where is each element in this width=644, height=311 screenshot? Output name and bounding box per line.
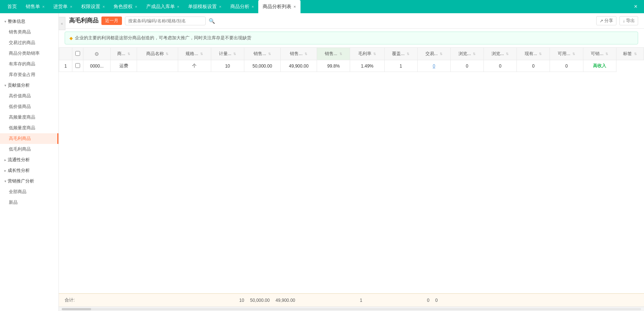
col-settings-header[interactable]: ⚙ <box>83 48 111 60</box>
col-available-header[interactable]: 可用... ⇅ <box>550 48 583 60</box>
sidebar-group-asset-analysis[interactable]: ▾ 贡献值分析 <box>0 80 58 91</box>
sidebar-item-low-value[interactable]: 低价值商品 <box>0 101 58 112</box>
row-checkbox[interactable] <box>75 63 80 68</box>
sort-icon-tag: ⇅ <box>634 52 637 56</box>
export-button[interactable]: ↓ 导出 <box>619 16 638 25</box>
sidebar-item-high-freq[interactable]: 高频量度商品 <box>0 112 58 123</box>
sort-icon-available: ⇅ <box>572 52 575 56</box>
col-transaction-header[interactable]: 交易... ⇅ <box>417 48 450 60</box>
sidebar-item-inventory-capital[interactable]: 库存资金占用 <box>0 69 58 80</box>
col-coverage-header[interactable]: 覆盖... ⇅ <box>384 48 417 60</box>
summary-sales-amount: 50,000.00 <box>247 298 273 303</box>
cell-name: 运费 <box>111 60 137 72</box>
arrow-marketing-analysis: ▾ <box>4 179 6 183</box>
col-sales-qty-header[interactable]: 销售... ⇅ <box>244 48 280 60</box>
sidebar-group-growth-analysis[interactable]: ▸ 成长性分析 <box>0 165 58 176</box>
data-table: ⚙ 商... ⇅ 商品名称 ⇅ 规格... ⇅ <box>59 47 644 72</box>
sort-icon-transaction: ⇅ <box>440 52 443 56</box>
nav-product-analysis-list[interactable]: 商品分析列表 × <box>258 0 300 13</box>
sort-icon-code: ⇅ <box>127 52 130 56</box>
scrollbar-track[interactable] <box>62 308 641 310</box>
table-row[interactable]: 1 0000... 运费 个 10 50,000.00 <box>59 60 644 72</box>
nav-close-template[interactable]: × <box>219 4 221 9</box>
nav-sales-order[interactable]: 销售单 × <box>21 0 49 13</box>
col-unit-header[interactable]: 计量... ⇅ <box>211 48 244 60</box>
top-nav: 首页 销售单 × 进货单 × 权限设置 × 角色授权 × 产成品入库单 × 单据… <box>0 0 644 13</box>
nav-product-instock[interactable]: 产成品入库单 × <box>142 0 184 13</box>
sidebar-item-goods-assist-rate[interactable]: 商品分类助销率 <box>0 48 58 59</box>
arrow-asset-analysis: ▾ <box>4 83 6 87</box>
cell-tag: 高收入 <box>583 60 616 72</box>
sort-icon-cost: ⇅ <box>339 52 342 56</box>
search-icon: 🔍 <box>209 18 215 24</box>
nav-close-all[interactable]: × <box>630 3 641 10</box>
col-sales-cost-header[interactable]: 销售... ⇅ <box>317 48 350 60</box>
page-title: 高毛利商品 <box>69 17 98 25</box>
sort-icon-unit: ⇅ <box>233 52 236 56</box>
info-icon: ◆ <box>69 36 73 41</box>
horizontal-scrollbar[interactable] <box>59 307 644 311</box>
cell-browse2: 0 <box>450 60 483 72</box>
col-browse2-header[interactable]: 浏览... ⇅ <box>484 48 517 60</box>
settings-icon: ⚙ <box>94 51 99 57</box>
col-stock-header[interactable]: 现有... ⇅ <box>517 48 550 60</box>
sort-icon-saleable: ⇅ <box>605 52 608 56</box>
cell-stock: 0 <box>484 60 517 72</box>
cell-check[interactable] <box>72 60 83 72</box>
share-button[interactable]: ↗ 分享 <box>596 16 616 25</box>
col-saleable-header[interactable]: 可销... ⇅ <box>583 48 616 60</box>
sidebar-item-low-freq[interactable]: 低频量度商品 <box>0 123 58 133</box>
sidebar-item-inventory-goods[interactable]: 有库存的商品 <box>0 59 58 69</box>
cell-gross-rate: 99.8% <box>317 60 350 72</box>
nav-close-instock[interactable]: × <box>177 4 179 9</box>
search-input[interactable] <box>125 17 206 25</box>
sidebar-group-marketing-analysis[interactable]: ▾ 营销推广分析 <box>0 176 58 187</box>
nav-role-permission[interactable]: 角色授权 × <box>109 0 141 13</box>
nav-purchase-order[interactable]: 进货单 × <box>49 0 76 13</box>
scrollbar-thumb[interactable] <box>62 308 91 310</box>
sidebar-collapse-btn[interactable]: « <box>59 17 65 30</box>
col-name-header[interactable]: 商品名称 ⇅ <box>137 48 178 60</box>
search-button[interactable]: 🔍 <box>209 18 215 24</box>
time-filter-btn[interactable]: 近一月 <box>101 17 122 25</box>
col-gross-rate-header[interactable]: 毛利率 ⇅ <box>350 48 384 60</box>
nav-close-analysis-list[interactable]: × <box>294 4 296 9</box>
select-all-checkbox[interactable] <box>75 51 80 56</box>
nav-home[interactable]: 首页 <box>3 0 21 13</box>
col-browse1-header[interactable]: 浏览... ⇅ <box>450 48 483 60</box>
nav-close-role[interactable]: × <box>135 4 137 9</box>
col-check-header[interactable] <box>72 48 83 60</box>
main-layout: ▾ 整体信息 销售类商品 交易过的商品 商品分类助销率 有库存的商品 库存资金占… <box>0 13 644 311</box>
nav-permission-settings[interactable]: 权限设置 × <box>77 0 109 13</box>
nav-order-template[interactable]: 单据模板设置 × <box>184 0 226 13</box>
col-code-header[interactable]: 商... ⇅ <box>111 48 137 60</box>
sidebar-item-new-goods[interactable]: 新品 <box>0 197 58 208</box>
sidebar-item-traded-goods[interactable]: 交易过的商品 <box>0 37 58 48</box>
col-spec-header[interactable]: 规格... ⇅ <box>178 48 211 60</box>
sidebar-item-sales-goods[interactable]: 销售类商品 <box>0 27 58 37</box>
nav-close-analysis[interactable]: × <box>252 4 254 9</box>
summary-available: 0 <box>432 298 441 303</box>
nav-close-purchase-order[interactable]: × <box>70 4 72 9</box>
sidebar-item-high-value[interactable]: 高价值商品 <box>0 91 58 101</box>
nav-close-permission[interactable]: × <box>102 4 105 9</box>
sort-icon-spec: ⇅ <box>200 52 203 56</box>
sidebar-item-low-margin[interactable]: 低毛利商品 <box>0 144 58 155</box>
col-tag-header[interactable]: 标签 ⇅ <box>616 48 644 60</box>
table-wrapper[interactable]: ⚙ 商... ⇅ 商品名称 ⇅ 规格... ⇅ <box>59 47 644 293</box>
sort-icon-gross: ⇅ <box>373 52 376 56</box>
sidebar-item-high-margin[interactable]: 高毛利商品 <box>0 133 58 144</box>
nav-close-sales-order[interactable]: × <box>42 4 44 9</box>
info-message: 企业的主要的利润都是这部分商品创造的，可考虑加大推广，同时关注库存是不要出现缺货 <box>75 35 251 41</box>
sidebar-group-flow-analysis[interactable]: ▸ 流通性分析 <box>0 155 58 165</box>
cell-transaction: 1 <box>384 60 417 72</box>
nav-product-analysis[interactable]: 商品分析 × <box>226 0 258 13</box>
summary-sales-cost: 49,900.00 <box>273 298 298 303</box>
cell-browse1[interactable]: 0 <box>417 60 450 72</box>
cell-sales-cost: 49,900.00 <box>281 60 317 72</box>
sort-icon-stock: ⇅ <box>539 52 542 56</box>
sidebar-item-all-goods[interactable]: 全部商品 <box>0 187 58 197</box>
sidebar: ▾ 整体信息 销售类商品 交易过的商品 商品分类助销率 有库存的商品 库存资金占… <box>0 13 59 311</box>
sidebar-group-overall-info[interactable]: ▾ 整体信息 <box>0 16 58 27</box>
col-sales-amount-header[interactable]: 销售... ⇅ <box>281 48 317 60</box>
